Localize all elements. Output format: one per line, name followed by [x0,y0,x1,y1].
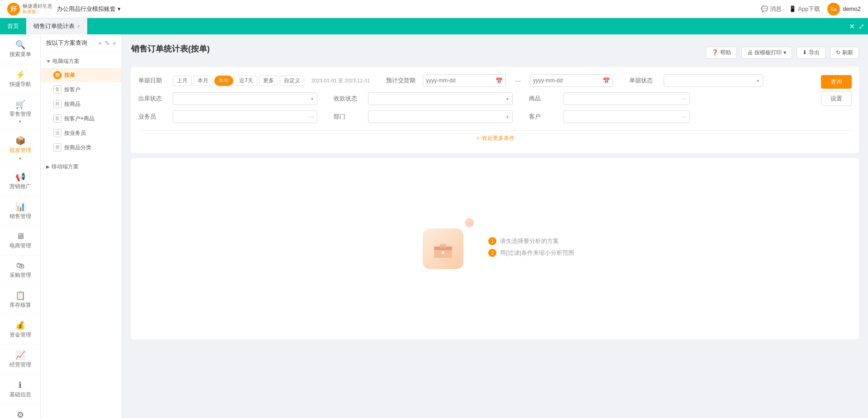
message-icon: 💬 [761,5,768,12]
status-select[interactable]: ▾ [664,74,763,87]
desktop-arrow-icon: ▼ [46,59,51,64]
sidebar-item-search-menu[interactable]: 🔍 搜索菜单 [0,34,40,64]
export-button[interactable]: ⬇ 导出 [797,47,826,59]
date-btn-last-month[interactable]: 上月 [173,76,192,86]
empty-tip-1: 1 请先选择要分析的方案 [488,237,574,245]
sidebar-item-retail[interactable]: 🛒 零售管理 ▼ [0,94,40,130]
filter-row-1: 单据日期 上月 本月 本年 近7天 更多 自定义 2023-01-01 至 20… [138,74,814,87]
shipment-label: 出库状态 [138,95,165,103]
salesperson-field[interactable]: ··· [173,110,317,123]
tree-child-by-category[interactable]: 类 按商品分类 [41,140,122,155]
app-icon: 📱 [789,5,796,12]
system-icon: ⚙ [0,410,40,418]
tree-section-mobile: ▶ 移动端方案 [41,157,122,176]
help-button[interactable]: ❓ 帮助 [706,47,737,59]
collapse-more-conditions[interactable]: ∧ 收起更多条件 [138,130,852,146]
receipt-select[interactable]: ▾ [368,92,513,105]
tree-child-by-goods[interactable]: 商 按商品 [41,97,122,111]
user-profile[interactable]: Ea demo2 [827,3,861,15]
query-button[interactable]: 查询 [821,75,852,89]
filter-row-2: 出库状态 ▾ 收款状态 ▾ 商品 ··· [138,92,814,105]
sidebar-item-marketing[interactable]: 📢 营销推广 [0,166,40,196]
shipment-dropdown-icon: ▾ [311,96,313,101]
maximize-icon[interactable]: ⤢ [859,22,864,31]
wholesale-icon: 📦 [0,136,40,146]
date-btn-this-year[interactable]: 本年 [214,76,233,86]
sidebar-item-quick-nav[interactable]: ⚡ 快捷导航 [0,64,40,94]
by-order-icon: 按 [53,71,61,79]
filter-row-3: 业务员 ··· 部门 ▾ 客户 ··· [138,110,814,123]
date-range-display: 2023-01-01 至 2023-12-31 [311,77,370,84]
tab-sales-statistics[interactable]: 销售订单统计表 × [26,18,87,34]
sidebar-item-basic[interactable]: ℹ 基础信息 [0,375,40,404]
filter-main-area: 单据日期 上月 本月 本年 近7天 更多 自定义 2023-01-01 至 20… [138,74,814,128]
sidebar-item-sales[interactable]: 📊 销售管理 [0,196,40,226]
logo-text: 畅捷通好生意 标准版 [23,3,52,14]
customer-field[interactable]: ··· [563,110,690,123]
receipt-label: 收款状态 [334,95,361,103]
date-filter-group: 上月 本月 本年 近7天 更多 自定义 [173,76,304,86]
expected-date-to[interactable]: 📅 [530,74,613,87]
empty-state-container: 1 请先选择要分析的方案 2 用[过滤]条件来缩小分析范围 [131,158,859,339]
quick-nav-icon: ⚡ [0,70,40,80]
date-btn-custom[interactable]: 自定义 [280,76,304,86]
expected-date-from-input[interactable] [426,77,494,84]
collapse-panel-button[interactable]: « [113,39,116,47]
close-window-icon[interactable]: ✕ [849,22,855,31]
receipt-dropdown-icon: ▾ [506,96,509,101]
shipment-select[interactable]: ▾ [173,92,317,105]
tree-child-by-customer-goods[interactable]: 客 按客户+商品 [41,111,122,126]
main-content: 销售订单统计表(按单) ❓ 帮助 🖨 按模板打印 ▾ ⬇ 导出 ↻ 刷新 [122,34,868,418]
sidebar-item-purchase[interactable]: 🛍 采购管理 [0,256,40,285]
salesperson-label: 业务员 [138,113,165,121]
by-cg-icon: 客 [53,114,61,123]
tree-child-by-salesperson[interactable]: 业 按业务员 [41,126,122,140]
date-btn-more[interactable]: 更多 [259,76,278,86]
salesperson-more-icon: ··· [309,114,313,120]
sidebar-item-inventory[interactable]: 📋 库存核算 [0,285,40,315]
empty-tip-2: 2 用[过滤]条件来缩小分析范围 [488,249,574,257]
message-button[interactable]: 💬 消息 [761,5,782,13]
nav-tabs: 首页 销售订单统计表 × ✕ ⤢ [0,18,868,34]
by-category-icon: 类 [53,143,61,152]
refresh-icon: ↻ [836,49,840,56]
sidebar-item-system[interactable]: ⚙ 系统管理 [0,404,40,418]
tab-home[interactable]: 首页 [0,18,26,34]
query-buttons: 查询 设置 [821,74,852,106]
status-dropdown-icon: ▾ [757,78,759,83]
tab-close-button[interactable]: × [77,24,80,29]
inventory-icon: 📋 [0,290,40,300]
by-salesperson-icon: 业 [53,129,61,137]
add-scheme-button[interactable]: + [98,39,102,47]
sidebar-item-ecommerce[interactable]: 🖥 电商管理 [0,226,40,256]
tree-parent-mobile[interactable]: ▶ 移动端方案 [41,160,122,173]
workspace-selector[interactable]: 办公用品行业模拟账套 ▾ [57,5,121,13]
refresh-button[interactable]: ↻ 刷新 [830,47,859,59]
tree-child-by-customer[interactable]: 客 按客户 [41,82,122,97]
goods-field[interactable]: ··· [563,92,690,105]
sidebar-item-operations[interactable]: 📈 经营管理 [0,345,40,375]
print-dropdown-icon: ▾ [783,49,786,56]
customer-label: 客户 [529,113,556,121]
export-icon: ⬇ [802,49,807,56]
retail-icon: 🛒 [0,100,40,109]
sidebar-item-finance[interactable]: 💰 资金管理 [0,315,40,345]
setting-button[interactable]: 设置 [821,91,852,106]
app-download-button[interactable]: 📱 App下载 [789,5,820,13]
nav-tabs-right: ✕ ⤢ [849,22,868,31]
edit-scheme-button[interactable]: ✎ [104,39,110,47]
expected-date-from[interactable]: 📅 [423,74,506,87]
finance-icon: 💰 [0,320,40,330]
dept-select[interactable]: ▾ [368,110,513,123]
date-btn-7days[interactable]: 近7天 [235,76,257,86]
svg-rect-4 [442,251,444,254]
calendar-to-icon: 📅 [603,77,610,84]
marketing-icon: 📢 [0,172,40,182]
tree-section-desktop: ▼ 电脑端方案 按 按单 客 按客户 商 按商品 客 按客户+商品 业 按业务员… [41,52,122,157]
tree-parent-desktop[interactable]: ▼ 电脑端方案 [41,55,122,68]
sidebar-item-wholesale[interactable]: 📦 批发管理 ▲ [0,130,40,166]
date-btn-this-month[interactable]: 本月 [193,76,212,86]
template-print-button[interactable]: 🖨 按模板打印 ▾ [741,47,792,59]
tree-child-by-order[interactable]: 按 按单 [41,68,122,82]
expected-date-to-input[interactable] [533,77,601,84]
